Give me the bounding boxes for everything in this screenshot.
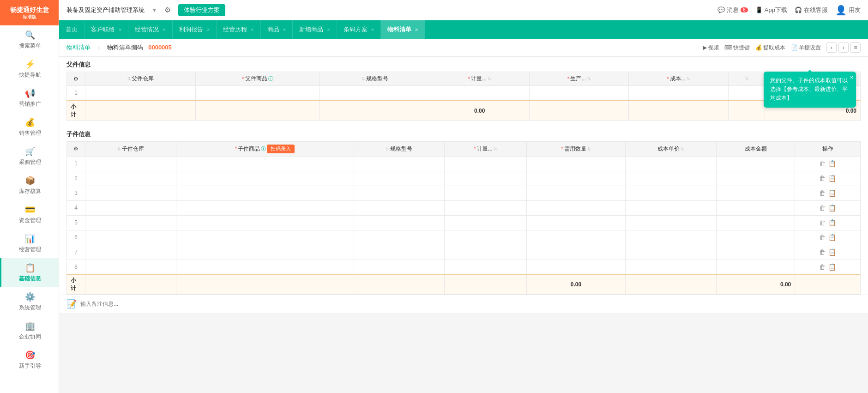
child-qty-cell[interactable] [526, 215, 625, 230]
sidebar-item-enterprise[interactable]: 🏢企业协同 [0, 316, 59, 345]
child-goods-cell[interactable] [176, 171, 354, 186]
sidebar-item-sales[interactable]: 💰销售管理 [0, 113, 59, 142]
child-warehouse-cell[interactable] [85, 171, 176, 186]
nav-tab-bom[interactable]: 物料清单× [381, 20, 425, 39]
child-qty-cell[interactable] [526, 171, 625, 186]
cost-action[interactable]: 💰 提取成本 [755, 44, 785, 52]
child-goods-cell[interactable] [176, 156, 354, 171]
child-unit-cost-cell[interactable] [626, 171, 717, 186]
nav-tab-close-new_goods[interactable]: × [327, 27, 330, 32]
delete-icon[interactable]: 🗑 [819, 234, 826, 241]
delete-icon[interactable]: 🗑 [819, 189, 826, 197]
child-warehouse-cell[interactable] [85, 200, 176, 215]
nav-tab-close-customer[interactable]: × [119, 27, 121, 32]
nav-tab-close-goods[interactable]: × [283, 27, 286, 32]
nav-tab-home[interactable]: 首页 [59, 20, 84, 39]
child-qty-cell[interactable] [526, 200, 625, 215]
delete-icon[interactable]: 🗑 [819, 263, 826, 271]
child-spec-cell[interactable] [354, 245, 445, 260]
parent-goods-cell[interactable] [195, 86, 319, 101]
parent-spec-cell[interactable] [319, 86, 430, 101]
child-spec-cell[interactable] [354, 171, 445, 186]
sidebar-item-quicknav[interactable]: ⚡快捷导航 [0, 54, 59, 84]
scan-button[interactable]: 扫码录入 [267, 145, 295, 153]
child-unit-cell[interactable] [445, 215, 527, 230]
parent-warehouse-cell[interactable] [85, 86, 196, 101]
child-unit-cell[interactable] [445, 245, 527, 260]
child-unit-cost-cell[interactable] [626, 230, 717, 245]
nav-tab-goods[interactable]: 商品× [261, 20, 293, 39]
nav-tab-close-barcode[interactable]: × [371, 27, 374, 32]
child-goods-cell[interactable] [176, 215, 354, 230]
sidebar-item-guide[interactable]: 🎯新手引导 [0, 345, 59, 375]
shortcut-action[interactable]: ⌨ 快捷键 [724, 44, 750, 52]
parent-produce-cell[interactable] [529, 86, 628, 101]
delete-icon[interactable]: 🗑 [819, 248, 826, 256]
child-spec-cell[interactable] [354, 156, 445, 171]
sidebar-item-marketing[interactable]: 📢营销推广 [0, 84, 59, 113]
note-input[interactable] [80, 301, 861, 307]
child-warehouse-cell[interactable] [85, 245, 176, 260]
child-unit-cell[interactable] [445, 171, 527, 186]
nav-tab-close-operation[interactable]: × [163, 27, 165, 32]
child-settings-icon[interactable]: ⚙ [73, 145, 78, 152]
child-qty-cell[interactable] [526, 260, 625, 274]
view-action[interactable]: ▶ 视频 [703, 44, 719, 52]
nav-tab-close-history[interactable]: × [251, 27, 253, 32]
child-warehouse-cell[interactable] [85, 260, 176, 274]
copy-icon[interactable]: 📋 [828, 160, 836, 167]
parent-cost-cell[interactable] [629, 86, 728, 101]
nav-tab-customer[interactable]: 客户联络× [84, 20, 128, 39]
prev-arrow[interactable]: ‹ [826, 42, 837, 53]
child-spec-cell[interactable] [354, 230, 445, 245]
nav-tab-barcode[interactable]: 条码方案× [337, 20, 381, 39]
child-unit-cell[interactable] [445, 156, 527, 171]
child-goods-cell[interactable] [176, 260, 354, 274]
nav-tab-profit[interactable]: 利润报告× [173, 20, 217, 39]
child-unit-cell[interactable] [445, 230, 527, 245]
child-qty-cell[interactable] [526, 186, 625, 200]
delete-icon[interactable]: 🗑 [819, 204, 826, 212]
tooltip-close-button[interactable]: × [850, 73, 853, 82]
sidebar-item-basic[interactable]: 📋基础信息 [0, 258, 59, 287]
child-unit-cost-cell[interactable] [626, 200, 717, 215]
trial-button[interactable]: 体验行业方案 [178, 4, 225, 16]
settings-icon[interactable]: ⚙ [73, 76, 78, 82]
message-link[interactable]: 💬 消息 6 [717, 6, 748, 14]
child-goods-cell[interactable] [176, 245, 354, 260]
sidebar-item-inventory[interactable]: 📦库存核算 [0, 171, 59, 200]
child-unit-cost-cell[interactable] [626, 245, 717, 260]
child-goods-cell[interactable] [176, 230, 354, 245]
nav-tab-close-profit[interactable]: × [207, 27, 210, 32]
child-warehouse-cell[interactable] [85, 156, 176, 171]
copy-icon[interactable]: 📋 [828, 204, 836, 212]
child-unit-cost-cell[interactable] [626, 156, 717, 171]
child-qty-cell[interactable] [526, 230, 625, 245]
parent-unit-cell[interactable] [430, 86, 529, 101]
child-spec-cell[interactable] [354, 200, 445, 215]
child-goods-cell[interactable] [176, 200, 354, 215]
next-arrow[interactable]: › [838, 42, 849, 53]
single-setting-action[interactable]: 📄 单据设置 [791, 44, 821, 52]
child-unit-cost-cell[interactable] [626, 260, 717, 274]
collapse-button[interactable]: ≡ [850, 42, 861, 53]
child-spec-cell[interactable] [354, 186, 445, 200]
copy-icon[interactable]: 📋 [828, 219, 836, 226]
copy-icon[interactable]: 📋 [828, 189, 836, 197]
user-avatar[interactable]: 👤 用友 [835, 5, 861, 16]
gear-button[interactable]: ⚙ [164, 6, 171, 14]
delete-icon[interactable]: 🗑 [819, 175, 826, 182]
copy-icon[interactable]: 📋 [828, 248, 836, 256]
parent-extra-cell[interactable] [728, 86, 765, 101]
sidebar-item-purchase[interactable]: 🛒采购管理 [0, 142, 59, 171]
child-warehouse-cell[interactable] [85, 215, 176, 230]
child-spec-cell[interactable] [354, 260, 445, 274]
nav-tab-close-bom[interactable]: × [415, 27, 418, 32]
sidebar-item-system[interactable]: ⚙️系统管理 [0, 287, 59, 316]
child-unit-cell[interactable] [445, 260, 527, 274]
app-download-link[interactable]: 📱 App下载 [755, 6, 787, 14]
child-unit-cost-cell[interactable] [626, 186, 717, 200]
nav-tab-new_goods[interactable]: 新增商品× [293, 20, 337, 39]
sidebar-logo[interactable]: 畅捷通好生意 标准版 [0, 0, 59, 25]
child-spec-cell[interactable] [354, 215, 445, 230]
